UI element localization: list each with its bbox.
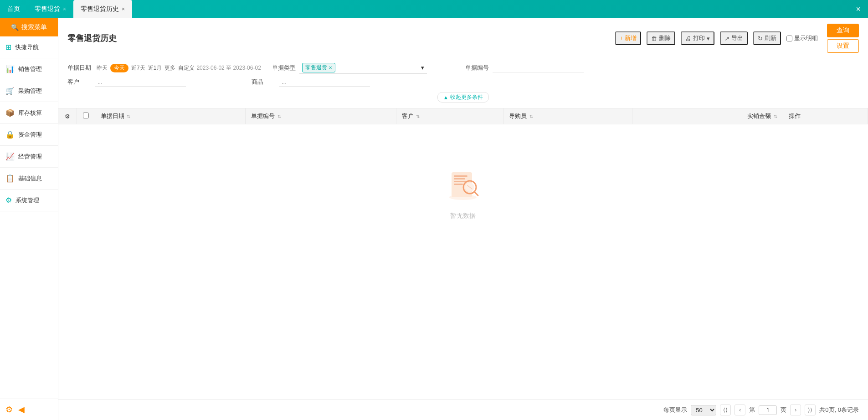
inventory-icon: 📦: [5, 108, 15, 117]
col-actual-amount-sort[interactable]: ⇅: [774, 114, 777, 119]
col-guide[interactable]: 导购员 ⇅: [503, 108, 632, 124]
print-icon: 🖨: [685, 35, 691, 42]
next-page-button[interactable]: ›: [790, 405, 801, 415]
col-voucher-no[interactable]: 单据编号 ⇅: [246, 108, 396, 124]
show-detail-checkbox[interactable]: [786, 36, 792, 41]
col-customer-sort[interactable]: ⇅: [416, 114, 420, 119]
customer-input[interactable]: [95, 77, 186, 87]
table-container: ⚙ 单据日期 ⇅ 单据编号 ⇅ 客户 ⇅: [58, 108, 868, 400]
sidebar-item-sales-mgmt[interactable]: 📊 销售管理: [0, 58, 58, 80]
query-button[interactable]: 查询: [827, 24, 859, 37]
col-guide-label: 导购员: [509, 113, 527, 119]
date-opt-1month[interactable]: 近1月: [148, 64, 162, 72]
col-checkbox[interactable]: [77, 108, 95, 124]
page-size-label: 每页显示: [663, 406, 687, 414]
sys-icon: ⚙: [5, 196, 12, 205]
tab-home[interactable]: 首页: [0, 0, 27, 18]
tab-retail-return-history[interactable]: 零售退货历史 ×: [73, 0, 132, 18]
sidebar-item-ops-mgmt[interactable]: 📈 经营管理: [0, 146, 58, 168]
voucher-type-remove[interactable]: ×: [329, 65, 332, 71]
date-options: 昨天 今天 近7天 近1月 更多 自定义: [97, 64, 195, 72]
export-button[interactable]: ↗ 导出: [720, 31, 748, 45]
last-page-button[interactable]: ⟩⟩: [805, 405, 816, 415]
page-title: 零售退货历史: [67, 33, 117, 44]
collapse-sidebar-icon[interactable]: ◀: [18, 405, 25, 415]
page-number-input[interactable]: [759, 405, 777, 415]
sales-icon: 📊: [5, 65, 15, 73]
filter-goods: 商品: [252, 77, 397, 87]
page-size-select[interactable]: 10 20 50 100: [691, 405, 716, 415]
voucher-type-value: 零售退货 × ▾: [299, 62, 427, 74]
col-voucher-no-label: 单据编号: [251, 113, 275, 119]
table-body: 暂无数据: [58, 124, 868, 257]
show-detail-label[interactable]: 显示明细: [786, 34, 818, 42]
sidebar-item-inventory[interactable]: 📦 库存核算: [0, 102, 58, 124]
filter-voucher-no: 单据编号: [465, 63, 602, 72]
svg-rect-3: [454, 178, 465, 179]
tab-retail-return-close[interactable]: ×: [63, 6, 66, 12]
filter-row-2: 客户 商品: [67, 77, 859, 87]
setting-button[interactable]: 设置: [827, 39, 859, 53]
voucher-no-label: 单据编号: [465, 64, 493, 72]
sidebar-item-base-info[interactable]: 📋 基础信息: [0, 168, 58, 190]
refresh-button[interactable]: ↻ 刷新: [753, 31, 781, 45]
refresh-icon: ↻: [758, 35, 763, 42]
collapse-button[interactable]: ▲ 收起更多条件: [437, 92, 489, 102]
first-page-button[interactable]: ⟨⟨: [720, 405, 731, 415]
voucher-type-tag: 零售退货 ×: [302, 63, 335, 72]
voucher-no-input[interactable]: [493, 63, 584, 72]
total-label: 共0页, 0条记录: [819, 406, 859, 414]
date-label: 单据日期: [67, 64, 95, 72]
collapse-icon: ▲: [443, 94, 449, 101]
footer-bar: 每页显示 10 20 50 100 ⟨⟨ ‹ 第 页 › ⟩⟩ 共0页, 0条记…: [58, 400, 868, 420]
sidebar-search[interactable]: 🔍 搜索菜单: [0, 18, 58, 36]
goods-label: 商品: [252, 78, 279, 86]
tab-retail-return[interactable]: 零售退货 ×: [27, 0, 73, 18]
voucher-type-dropdown-icon[interactable]: ▾: [421, 64, 424, 71]
content-area: 零售退货历史 + 新增 🗑 删除 🖨 打印 ▾: [58, 18, 868, 420]
toolbar: + 新增 🗑 删除 🖨 打印 ▾ ↗ 导出: [615, 31, 818, 45]
settings-bottom-icon[interactable]: ⚙: [5, 405, 13, 415]
window-close-button[interactable]: ×: [856, 5, 861, 14]
goods-input[interactable]: [279, 77, 370, 87]
ops-icon: 📈: [5, 152, 15, 161]
col-actual-amount[interactable]: 实销金额 ⇅: [632, 108, 783, 124]
base-info-icon: 📋: [5, 174, 15, 183]
col-actual-amount-label: 实销金额: [747, 113, 771, 119]
export-icon: ↗: [724, 35, 729, 42]
jump-label: 第: [749, 406, 755, 414]
date-opt-yesterday[interactable]: 昨天: [97, 64, 108, 72]
sidebar: 🔍 搜索菜单 ⊞ 快捷导航 📊 销售管理 🛒 采购管理 📦 库存核算 🔒 资金管…: [0, 18, 58, 420]
date-opt-custom[interactable]: 自定义: [178, 64, 195, 72]
date-opt-more[interactable]: 更多: [164, 64, 175, 72]
print-button[interactable]: 🖨 打印 ▾: [681, 31, 714, 45]
date-opt-today[interactable]: 今天: [110, 64, 128, 72]
filter-area: 单据日期 昨天 今天 近7天 近1月 更多 自定义 2023-06-02 至 2…: [67, 58, 859, 108]
col-settings[interactable]: ⚙: [58, 108, 77, 124]
collapse-more: ▲ 收起更多条件: [67, 90, 859, 104]
delete-button[interactable]: 🗑 删除: [647, 31, 675, 45]
col-customer[interactable]: 客户 ⇅: [396, 108, 503, 124]
col-action: 操作: [783, 108, 868, 124]
sidebar-bottom: ⚙ ◀: [0, 399, 58, 420]
new-button[interactable]: + 新增: [615, 31, 641, 45]
delete-icon: 🗑: [651, 35, 657, 42]
sidebar-item-quick-nav[interactable]: ⊞ 快捷导航: [0, 36, 58, 58]
data-table: ⚙ 单据日期 ⇅ 单据编号 ⇅ 客户 ⇅: [58, 108, 868, 256]
select-all-checkbox[interactable]: [83, 113, 89, 118]
col-guide-sort[interactable]: ⇅: [529, 114, 533, 119]
sidebar-item-purchase-mgmt[interactable]: 🛒 采购管理: [0, 80, 58, 102]
empty-state: 暂无数据: [58, 124, 868, 256]
page-label: 页: [781, 406, 786, 414]
empty-illustration: [440, 161, 486, 206]
tab-retail-return-history-close[interactable]: ×: [122, 6, 125, 12]
svg-line-8: [474, 192, 478, 195]
col-voucher-date[interactable]: 单据日期 ⇅: [95, 108, 246, 124]
sidebar-item-sys-mgmt[interactable]: ⚙ 系统管理: [0, 190, 58, 211]
date-opt-7days[interactable]: 近7天: [131, 64, 145, 72]
prev-page-button[interactable]: ‹: [734, 405, 745, 415]
col-voucher-no-sort[interactable]: ⇅: [277, 114, 281, 119]
col-customer-label: 客户: [402, 113, 414, 119]
sidebar-item-finance[interactable]: 🔒 资金管理: [0, 124, 58, 146]
col-voucher-date-sort[interactable]: ⇅: [127, 114, 130, 119]
